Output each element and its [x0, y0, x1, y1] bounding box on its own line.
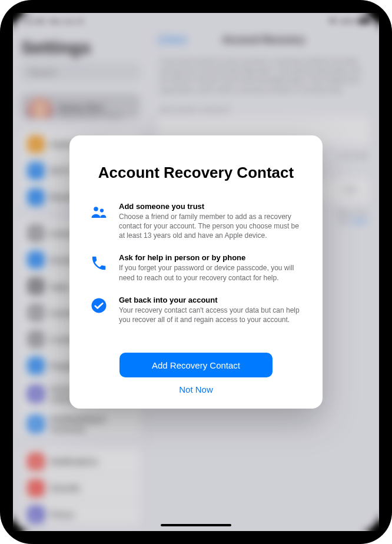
modal-backdrop[interactable]: Account Recovery Contact Add someone you…	[13, 13, 379, 531]
account-recovery-modal: Account Recovery Contact Add someone you…	[69, 135, 323, 409]
ipad-frame: 9:41 AM Mon Jun 10 100% Settings	[0, 0, 392, 544]
modal-bullets: Add someone you trust Choose a friend or…	[84, 202, 308, 324]
screen: 9:41 AM Mon Jun 10 100% Settings	[13, 13, 379, 531]
bullet-body: Choose a friend or family member to add …	[119, 212, 300, 241]
modal-bullet: Add someone you trust Choose a friend or…	[89, 202, 300, 241]
bullet-title: Add someone you trust	[119, 202, 300, 211]
phone-icon	[89, 253, 108, 282]
modal-title: Account Recovery Contact	[84, 164, 308, 182]
bullet-title: Ask for help in person or by phone	[119, 253, 300, 262]
people-icon	[89, 202, 108, 241]
modal-bullet: Get back into your account Your recovery…	[89, 296, 300, 324]
svg-point-20	[92, 298, 107, 313]
not-now-button[interactable]: Not Now	[179, 384, 213, 394]
checkmark-icon	[89, 296, 108, 324]
add-recovery-contact-button[interactable]: Add Recovery Contact	[119, 353, 273, 377]
home-indicator[interactable]	[161, 524, 231, 526]
modal-bullet: Ask for help in person or by phone If yo…	[89, 253, 300, 282]
bullet-title: Get back into your account	[119, 296, 300, 304]
svg-point-18	[94, 207, 98, 211]
bullet-body: Your recovery contact can't access your …	[119, 306, 300, 324]
svg-point-19	[100, 208, 104, 212]
bullet-body: If you forget your password or device pa…	[119, 263, 300, 282]
